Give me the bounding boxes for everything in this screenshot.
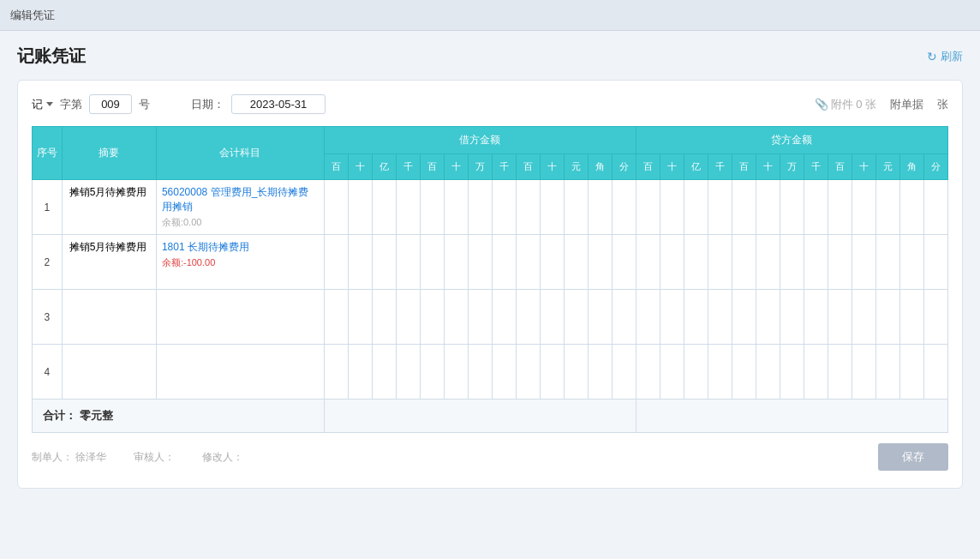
debit-digit-cell[interactable] (396, 345, 420, 400)
credit-digit-cell[interactable] (732, 345, 756, 400)
debit-digit-cell[interactable] (516, 180, 540, 235)
debit-digit-cell[interactable] (564, 290, 588, 345)
credit-digit-cell[interactable] (684, 290, 708, 345)
debit-digit-cell[interactable] (348, 180, 372, 235)
debit-digit-cell[interactable] (324, 235, 348, 290)
credit-digit-cell[interactable] (875, 180, 899, 235)
credit-digit-cell[interactable] (636, 345, 660, 400)
save-button[interactable]: 保存 (878, 443, 948, 471)
credit-digit-cell[interactable] (636, 180, 660, 235)
debit-digit-cell[interactable] (324, 290, 348, 345)
attach-single-label[interactable]: 附单据 (890, 97, 923, 112)
row-summary[interactable]: 摊销5月待摊费用 (62, 235, 156, 290)
voucher-type-dropdown[interactable]: 记 (32, 97, 53, 112)
debit-digit-cell[interactable] (612, 290, 636, 345)
credit-digit-cell[interactable] (660, 290, 684, 345)
debit-digit-cell[interactable] (564, 180, 588, 235)
credit-digit-cell[interactable] (684, 345, 708, 400)
row-account[interactable]: 56020008 管理费用_长期待摊费用摊销余额:0.00 (156, 180, 324, 235)
row-summary[interactable] (62, 345, 156, 400)
credit-digit-cell[interactable] (899, 290, 923, 345)
credit-digit-cell[interactable] (756, 290, 780, 345)
debit-digit-cell[interactable] (324, 345, 348, 400)
credit-digit-cell[interactable] (780, 180, 804, 235)
row-summary[interactable] (62, 290, 156, 345)
refresh-button[interactable]: ↻ 刷新 (927, 49, 963, 64)
credit-digit-cell[interactable] (923, 235, 947, 290)
credit-digit-cell[interactable] (708, 180, 732, 235)
debit-digit-cell[interactable] (372, 180, 396, 235)
row-account[interactable]: 1801 长期待摊费用余额:-100.00 (156, 235, 324, 290)
credit-digit-cell[interactable] (804, 235, 828, 290)
debit-digit-cell[interactable] (396, 290, 420, 345)
credit-digit-cell[interactable] (804, 180, 828, 235)
attachment-link[interactable]: 📎 附件 0 张 (815, 97, 876, 112)
credit-digit-cell[interactable] (684, 235, 708, 290)
credit-digit-cell[interactable] (732, 290, 756, 345)
debit-digit-cell[interactable] (444, 235, 468, 290)
debit-digit-cell[interactable] (348, 290, 372, 345)
debit-digit-cell[interactable] (564, 235, 588, 290)
debit-digit-cell[interactable] (468, 290, 492, 345)
credit-digit-cell[interactable] (636, 290, 660, 345)
debit-digit-cell[interactable] (588, 235, 612, 290)
debit-digit-cell[interactable] (372, 235, 396, 290)
row-account[interactable] (156, 345, 324, 400)
credit-digit-cell[interactable] (660, 345, 684, 400)
credit-digit-cell[interactable] (660, 235, 684, 290)
debit-digit-cell[interactable] (540, 235, 564, 290)
credit-digit-cell[interactable] (828, 345, 852, 400)
debit-digit-cell[interactable] (588, 180, 612, 235)
debit-digit-cell[interactable] (564, 345, 588, 400)
debit-digit-cell[interactable] (444, 180, 468, 235)
credit-digit-cell[interactable] (923, 345, 947, 400)
credit-digit-cell[interactable] (660, 180, 684, 235)
credit-digit-cell[interactable] (780, 345, 804, 400)
credit-digit-cell[interactable] (732, 180, 756, 235)
credit-digit-cell[interactable] (804, 345, 828, 400)
credit-digit-cell[interactable] (636, 235, 660, 290)
debit-digit-cell[interactable] (348, 345, 372, 400)
debit-digit-cell[interactable] (420, 345, 444, 400)
debit-digit-cell[interactable] (516, 235, 540, 290)
credit-digit-cell[interactable] (780, 290, 804, 345)
debit-digit-cell[interactable] (372, 290, 396, 345)
credit-digit-cell[interactable] (852, 290, 875, 345)
debit-digit-cell[interactable] (420, 180, 444, 235)
debit-digit-cell[interactable] (468, 180, 492, 235)
credit-digit-cell[interactable] (899, 180, 923, 235)
credit-digit-cell[interactable] (899, 235, 923, 290)
debit-digit-cell[interactable] (444, 290, 468, 345)
debit-digit-cell[interactable] (468, 235, 492, 290)
debit-digit-cell[interactable] (396, 235, 420, 290)
credit-digit-cell[interactable] (756, 345, 780, 400)
debit-digit-cell[interactable] (348, 235, 372, 290)
credit-digit-cell[interactable] (828, 290, 852, 345)
debit-digit-cell[interactable] (492, 290, 516, 345)
debit-digit-cell[interactable] (612, 345, 636, 400)
credit-digit-cell[interactable] (852, 345, 875, 400)
debit-digit-cell[interactable] (420, 290, 444, 345)
credit-digit-cell[interactable] (708, 290, 732, 345)
credit-digit-cell[interactable] (780, 235, 804, 290)
debit-digit-cell[interactable] (396, 180, 420, 235)
credit-digit-cell[interactable] (828, 180, 852, 235)
credit-digit-cell[interactable] (756, 235, 780, 290)
credit-digit-cell[interactable] (875, 345, 899, 400)
debit-digit-cell[interactable] (324, 180, 348, 235)
credit-digit-cell[interactable] (852, 235, 875, 290)
debit-digit-cell[interactable] (588, 345, 612, 400)
row-summary[interactable]: 摊销5月待摊费用 (62, 180, 156, 235)
credit-digit-cell[interactable] (756, 180, 780, 235)
credit-digit-cell[interactable] (708, 235, 732, 290)
debit-digit-cell[interactable] (516, 345, 540, 400)
credit-digit-cell[interactable] (708, 345, 732, 400)
credit-digit-cell[interactable] (875, 290, 899, 345)
credit-digit-cell[interactable] (684, 180, 708, 235)
debit-digit-cell[interactable] (612, 235, 636, 290)
debit-digit-cell[interactable] (492, 345, 516, 400)
row-account[interactable] (156, 290, 324, 345)
credit-digit-cell[interactable] (899, 345, 923, 400)
credit-digit-cell[interactable] (804, 290, 828, 345)
debit-digit-cell[interactable] (492, 235, 516, 290)
